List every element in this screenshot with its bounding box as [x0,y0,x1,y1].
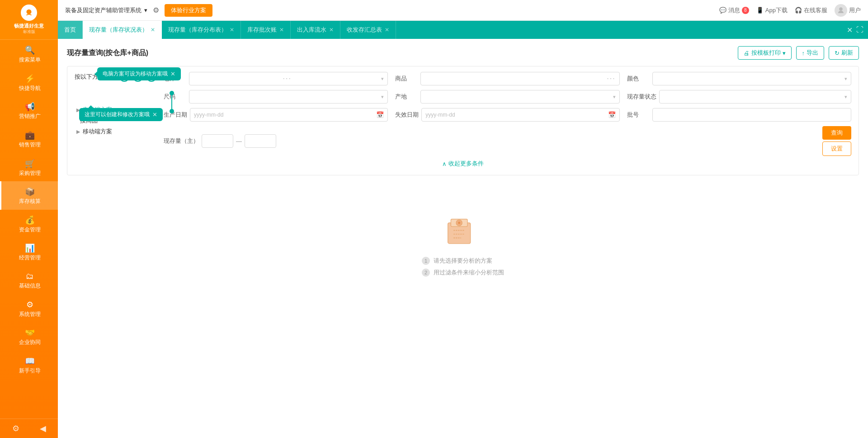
stock-from-input[interactable] [202,134,233,148]
sidebar-item-label: 采购管理 [19,170,41,177]
sidebar-item-label: 库存核算 [19,198,41,205]
tab-batch-account[interactable]: 库存批次账 ✕ [241,21,291,39]
tab-close-flow[interactable]: ✕ [329,27,334,33]
sidebar-nav: 🔍 搜索菜单 ⚡ 快捷导航 📢 营销推广 💼 销售管理 🛒 采购管理 📦 库存核… [0,40,58,419]
sidebar-item-label: 新手引导 [19,367,41,375]
system-title: 装备及固定资产辅助管理系统 ▾ [65,6,147,14]
inv-status-select[interactable]: ▾ [659,90,851,104]
sidebar-settings-btn[interactable]: ⚙ [12,424,19,433]
sidebar-item-sales[interactable]: 💼 销售管理 [0,125,58,153]
refresh-btn[interactable]: ↻ 刷新 [829,46,859,60]
tab-close-inventory-status[interactable]: ✕ [151,27,155,33]
svg-point-0 [27,9,32,14]
sidebar-logo: 畅捷通好生意 标准版 [0,0,58,40]
tab-inventory-status[interactable]: 现存量（库存状况表） ✕ [83,21,162,39]
tooltip-2-close[interactable]: ✕ [152,111,157,118]
quicknav-icon: ⚡ [25,74,35,84]
tab-inventory-dist[interactable]: 现存量（库存分布表） ✕ [162,21,241,39]
empty-step-2-text: 用过滤条件来缩小分析范围 [434,268,504,277]
sidebar-item-purchase[interactable]: 🛒 采购管理 [0,153,58,182]
filter-row-2: 尺码 ▾ 产地 ▾ [164,90,851,104]
product-select[interactable]: ··· [420,72,619,85]
size-select[interactable]: ▾ [189,90,388,104]
exp-date-from[interactable]: yyyy-mm-dd 📅 [421,108,619,122]
sidebar-item-inventory[interactable]: 📦 库存核算 [0,181,58,210]
tooltip-1: 电脑方案可设为移动方案哦 ✕ [97,67,181,80]
sidebar-bottom: ⚙ ◀ [0,419,58,438]
sidebar-item-finance[interactable]: 💰 资金管理 [0,210,58,238]
tab-expand-btn[interactable]: ⛶ [856,26,863,34]
tab-actions: ✕ ⛶ [842,21,868,39]
color-select[interactable]: ▾ [652,72,851,85]
online-service-btn[interactable]: 🎧 在线客服 [795,6,827,14]
user-btn[interactable]: 用户 [835,4,861,17]
collapse-icon: ∧ [442,160,447,167]
svg-point-5 [458,221,460,224]
reset-btn[interactable]: 设置 [822,141,851,156]
sidebar-item-system[interactable]: ⚙ 系统管理 [0,294,58,323]
tab-close-inventory-dist[interactable]: ✕ [230,27,234,33]
sidebar-item-label: 经营管理 [19,254,41,262]
empty-step-1-text: 请先选择要分析的方案 [434,257,492,265]
collapse-btn[interactable]: ∧ 收起更多条件 [442,160,484,168]
connector-line [171,95,172,110]
sidebar-item-label: 快捷导航 [19,85,41,92]
filter-inv-status: 现存量状态 ▾ [627,90,851,104]
connector-dot-bottom [170,109,174,113]
tab-close-all-btn[interactable]: ✕ [847,26,853,34]
prod-date-from[interactable]: yyyy-mm-dd 📅 [190,108,388,122]
search-btn[interactable]: 查询 [822,126,851,140]
message-btn[interactable]: 💬 消息 8 [719,6,749,14]
sidebar-collapse-btn[interactable]: ◀ [40,424,46,433]
settings-icon[interactable]: ⚙ [153,6,159,14]
logo-icon [21,5,37,21]
app-download-btn[interactable]: 📱 App下载 [756,6,788,14]
main-content: 装备及固定资产辅助管理系统 ▾ ⚙ 体验行业方案 💬 消息 8 📱 App下载 … [58,0,868,438]
tab-close-summary[interactable]: ✕ [385,27,389,33]
sidebar-item-marketing[interactable]: 📢 营销推广 [0,96,58,125]
tooltip-2: 这里可以创建和修改方案哦 ✕ [79,108,163,121]
tabbar: 首页 现存量（库存状况表） ✕ 现存量（库存分布表） ✕ 库存批次账 ✕ 出入库… [58,21,868,39]
sidebar-item-basic-info[interactable]: 🗂 基础信息 [0,266,58,294]
tab-close-batch-account[interactable]: ✕ [279,27,284,33]
page-title-actions: 🖨 按模板打印 ▾ ↑ 导出 ↻ 刷新 [738,46,859,60]
sidebar-item-quicknav[interactable]: ⚡ 快捷导航 [0,68,58,97]
filter-stock-range: 现存量（主） — [164,134,387,148]
sidebar-item-label: 营销推广 [19,113,41,120]
tab-flow[interactable]: 出入库流水 ✕ [291,21,340,39]
system-title-text: 装备及固定资产辅助管理系统 [65,6,142,14]
origin-select[interactable]: ▾ [420,90,619,104]
empty-state: 1 请先选择要分析的方案 2 用过滤条件来缩小分析范围 [67,175,859,316]
calendar-icon-2: 📅 [608,111,616,118]
empty-step-1: 1 请先选择要分析的方案 [422,257,504,265]
template-print-btn[interactable]: 🖨 按模板打印 ▾ [738,46,792,60]
export-btn[interactable]: ↑ 导出 [796,46,825,60]
sidebar-item-search[interactable]: 🔍 搜索菜单 [0,40,58,68]
exp-date-from-placeholder: yyyy-mm-dd [425,112,455,118]
sales-icon: 💼 [25,130,35,140]
scheme-item-mobile[interactable]: ▶ 移动端方案 [75,126,156,137]
tab-summary[interactable]: 收发存汇总表 ✕ [340,21,396,39]
stock-to-input[interactable] [245,134,276,148]
batch-input[interactable] [652,108,851,122]
refresh-label: 刷新 [841,49,853,57]
warehouse-select[interactable]: ··· ▾ [189,72,388,85]
sidebar-item-newbie[interactable]: 📖 新手引导 [0,351,58,379]
empty-illustration [440,212,486,248]
sidebar-item-operations[interactable]: 📊 经营管理 [0,238,58,266]
sidebar-item-cooperation[interactable]: 🤝 企业协同 [0,322,58,351]
template-print-label: 按模板打印 [751,49,781,57]
tab-flow-label: 出入库流水 [297,26,326,34]
filter-prod-date: 生产日期 yyyy-mm-dd 📅 [164,108,388,122]
filter-warehouse: 仓库 ··· ▾ [164,72,388,85]
newbie-icon: 📖 [25,356,35,366]
tooltip-1-close[interactable]: ✕ [170,71,175,77]
export-icon: ↑ [802,50,805,57]
connector-dot-top [170,91,174,95]
tab-home[interactable]: 首页 [58,21,83,39]
page-title-row: 现存量查询(按仓库+商品) 🖨 按模板打印 ▾ ↑ 导出 ↻ 刷新 [67,46,859,60]
message-icon: 💬 [719,7,726,14]
refresh-icon: ↻ [835,50,840,57]
filter-exp-date: 失效日期 yyyy-mm-dd 📅 [395,108,619,122]
experience-btn[interactable]: 体验行业方案 [165,4,212,17]
